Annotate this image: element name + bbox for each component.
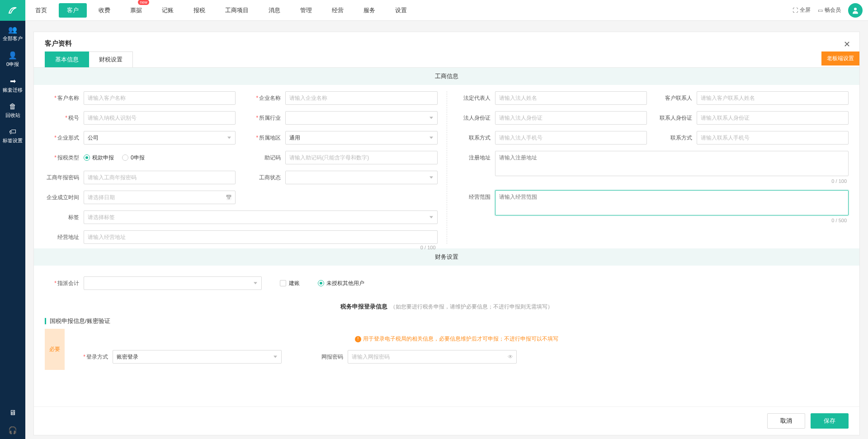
region-select[interactable]: [285, 131, 437, 145]
legal-phone-input[interactable]: [495, 131, 647, 145]
label-login-type: 登录方式: [86, 354, 108, 360]
reg-address-textarea[interactable]: [495, 151, 849, 176]
biz-status-select[interactable]: [285, 171, 437, 184]
close-icon[interactable]: ✕: [844, 39, 850, 49]
radio-tax-declare[interactable]: 税款申报: [84, 154, 114, 162]
establish-date-input[interactable]: [84, 191, 236, 204]
eye-icon[interactable]: 👁: [508, 354, 513, 360]
industry-select[interactable]: [285, 111, 437, 125]
sidebar-bottom-icon: 🖥: [9, 409, 16, 417]
top-nav: 首页客户收费票据new记账报税工商项目消息管理经营服务设置 ⛶ 全屏 ▭ 畅会员: [0, 0, 868, 21]
nav-item-5[interactable]: 报税: [185, 3, 213, 18]
tax-login-block: 必要 ! 用于登录电子税局的相关信息，必要信息维护后才可申报；不进行申报可以不填…: [45, 329, 849, 370]
section-tax-login: 税务申报登录信息（如您要进行税务申报，请维护必要信息；不进行申报则无需填写）: [34, 298, 859, 313]
sidebar-item-label: 标签设置: [3, 137, 23, 144]
label-contact-id: 联系人身份证: [660, 115, 692, 121]
nav-item-7[interactable]: 消息: [260, 3, 288, 18]
section-finance: 财务设置: [34, 248, 859, 266]
subheading-tax-info: 国税申报信息/账密验证: [34, 313, 859, 329]
label-contact-way: 联系方式: [469, 135, 491, 141]
nav-item-6[interactable]: 工商项目: [217, 3, 257, 18]
nav-item-4[interactable]: 记账: [154, 3, 182, 18]
modal-tabs: 基本信息 财税设置 老板端设置: [34, 51, 859, 68]
sidebar-item-4[interactable]: 🏷标签设置: [3, 123, 23, 149]
customer-modal: 客户资料 ✕ 基本信息 财税设置 老板端设置 工商信息 *客户名称: [33, 32, 860, 435]
save-button[interactable]: 保存: [811, 413, 849, 429]
assign-accountant-select[interactable]: [84, 276, 262, 290]
sidebar-bottom-0[interactable]: 🖥: [8, 404, 17, 421]
annual-pwd-input[interactable]: [84, 171, 236, 184]
sidebar-item-3[interactable]: 🗑回收站: [3, 98, 23, 123]
sidebar-icon: 👤: [8, 51, 17, 60]
web-pwd-input[interactable]: [348, 350, 517, 364]
company-form-select[interactable]: [84, 131, 236, 145]
label-company-name: 企业名称: [259, 95, 281, 101]
sidebar-icon: 🗑: [9, 103, 16, 111]
tax-type-radio-group: 税款申报 0申报: [84, 151, 236, 164]
nav-item-2[interactable]: 收费: [90, 3, 118, 18]
sidebar-item-label: 账套迁移: [3, 87, 23, 93]
member-icon: ▭: [818, 7, 823, 14]
fullscreen-icon: ⛶: [793, 7, 798, 14]
nav-item-11[interactable]: 设置: [387, 3, 415, 18]
section-business-info: 工商信息: [34, 68, 859, 85]
no-auth-radio[interactable]: 未授权其他用户: [318, 280, 364, 287]
sidebar-item-2[interactable]: ➡账套迁移: [3, 72, 23, 98]
tab-basic-info[interactable]: 基本信息: [45, 51, 89, 67]
customer-name-input[interactable]: [84, 91, 236, 105]
nav-item-8[interactable]: 管理: [292, 3, 320, 18]
modal-header: 客户资料 ✕: [34, 32, 859, 51]
nav-item-1[interactable]: 客户: [59, 3, 87, 18]
sidebar-bottom-1[interactable]: 🎧: [8, 421, 17, 439]
user-avatar[interactable]: [848, 3, 863, 18]
create-account-checkbox[interactable]: 建账: [280, 280, 300, 287]
legal-person-input[interactable]: [495, 91, 647, 105]
reg-address-counter: 0 / 100: [831, 178, 847, 184]
biz-address-input[interactable]: [84, 230, 438, 244]
customer-contact-input[interactable]: [697, 91, 849, 105]
member-button[interactable]: ▭ 畅会员: [818, 6, 841, 14]
sidebar-item-label: 0申报: [6, 61, 19, 68]
modal-footer: 取消 保存: [34, 406, 859, 435]
radio-zero-declare[interactable]: 0申报: [122, 154, 145, 162]
label-industry: 所属行业: [259, 115, 281, 121]
label-tax-type: 报税类型: [57, 154, 79, 161]
legal-id-input[interactable]: [495, 111, 647, 125]
cancel-button[interactable]: 取消: [767, 413, 805, 429]
sidebar-item-label: 全部客户: [3, 35, 23, 42]
label-company-form: 企业形式: [57, 135, 79, 141]
tab-tax-settings[interactable]: 财税设置: [89, 51, 133, 67]
new-badge: new: [138, 0, 149, 5]
sidebar-item-0[interactable]: 👥全部客户: [3, 21, 23, 47]
label-assign-acct: 指派会计: [57, 280, 79, 286]
nav-item-3[interactable]: 票据new: [122, 3, 150, 18]
nav-item-0[interactable]: 首页: [27, 3, 55, 18]
tags-select[interactable]: [84, 210, 438, 224]
label-customer-contact: 客户联系人: [665, 95, 692, 101]
nav-item-10[interactable]: 服务: [355, 3, 383, 18]
main-nav: 首页客户收费票据new记账报税工商项目消息管理经营服务设置: [25, 0, 417, 20]
boss-settings-button[interactable]: 老板端设置: [821, 51, 859, 65]
login-type-select[interactable]: [113, 350, 282, 364]
sidebar-item-label: 回收站: [5, 112, 20, 119]
label-contact-phone: 联系方式: [670, 135, 692, 141]
modal-body: 工商信息 *客户名称 *企业名称: [34, 68, 859, 406]
company-name-input[interactable]: [285, 91, 437, 105]
app-logo[interactable]: [0, 0, 25, 21]
contact-id-input[interactable]: [697, 111, 849, 125]
sidebar-item-1[interactable]: 👤0申报: [3, 47, 23, 72]
label-biz-address: 经营地址: [57, 234, 79, 240]
nav-item-9[interactable]: 经营: [324, 3, 352, 18]
sidebar-icon: 👥: [8, 25, 17, 34]
label-tax-no: 税号: [68, 115, 79, 121]
fullscreen-button[interactable]: ⛶ 全屏: [793, 6, 811, 14]
form-col-right: 法定代表人 客户联系人 法人身份证: [447, 91, 849, 244]
info-icon: !: [355, 336, 361, 342]
label-customer-name: 客户名称: [57, 95, 79, 101]
label-tags: 标签: [68, 214, 79, 220]
sidebar: 👥全部客户👤0申报➡账套迁移🗑回收站🏷标签设置 🖥🎧: [0, 0, 25, 439]
contact-phone-input[interactable]: [697, 131, 849, 145]
biz-scope-textarea[interactable]: [495, 190, 849, 215]
tax-no-input[interactable]: [84, 111, 236, 125]
mnemonic-input[interactable]: [285, 151, 437, 164]
